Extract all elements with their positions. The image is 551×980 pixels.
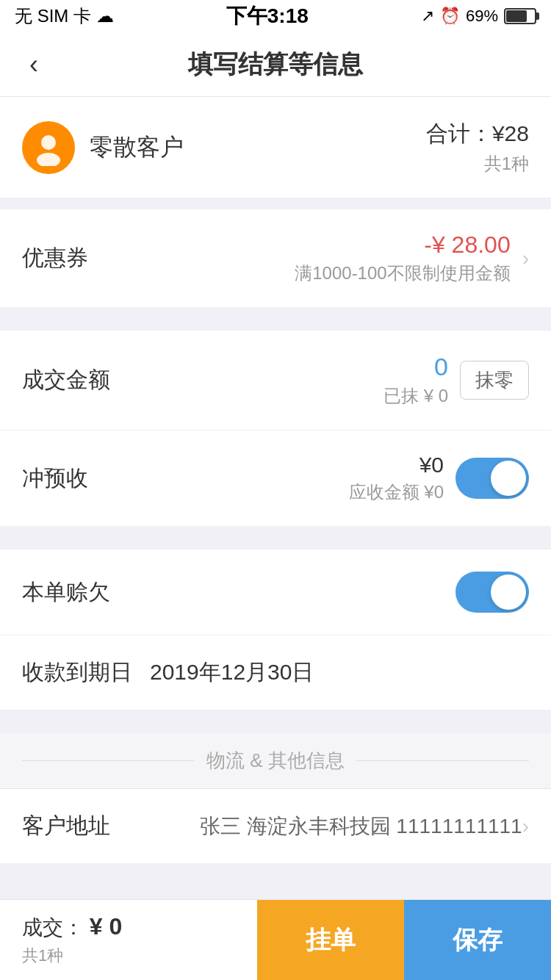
divider-2 bbox=[0, 538, 551, 550]
prepayment-value: ¥0 bbox=[419, 453, 444, 478]
battery-fill bbox=[506, 10, 527, 22]
credit-right bbox=[455, 572, 529, 613]
prepayment-toggle[interactable] bbox=[455, 458, 529, 499]
prepayment-col: ¥0 应收金额 ¥0 bbox=[349, 453, 444, 504]
coupon-sub: 满1000-100不限制使用金额 bbox=[295, 262, 510, 285]
deal-section: 成交金额 0 已抹 ¥ 0 抹零 冲预收 ¥0 应收金额 ¥0 bbox=[0, 331, 551, 526]
prepayment-row: 冲预收 ¥0 应收金额 ¥0 bbox=[0, 430, 551, 526]
alarm-icon: ⏰ bbox=[440, 7, 460, 26]
page-title: 填写结算等信息 bbox=[188, 48, 363, 82]
customer-left: 零散客户 bbox=[22, 121, 184, 174]
credit-row: 本单赊欠 bbox=[0, 550, 551, 635]
logistics-header-text: 物流 & 其他信息 bbox=[22, 748, 529, 774]
logistics-section: 物流 & 其他信息 客户地址 张三 海淀永丰科技园 11111111111 › bbox=[0, 733, 551, 863]
deal-amount-right: 0 已抹 ¥ 0 抹零 bbox=[383, 353, 529, 408]
status-bar: 无 SIM 卡 ☁ 下午3:18 ↗ ⏰ 69% bbox=[0, 0, 551, 32]
bottom-count: 共1种 bbox=[22, 945, 235, 967]
no-sim-text: 无 SIM 卡 ☁ bbox=[15, 4, 114, 28]
deal-text: 成交： bbox=[22, 916, 84, 939]
toggle-knob bbox=[491, 461, 526, 496]
prepayment-label: 冲预收 bbox=[22, 464, 88, 494]
customer-card: 零散客户 合计：¥28 共1种 bbox=[0, 97, 551, 198]
hold-button[interactable]: 挂单 bbox=[257, 900, 404, 981]
prepayment-right: ¥0 应收金额 ¥0 bbox=[349, 453, 529, 504]
deal-amount-row: 成交金额 0 已抹 ¥ 0 抹零 bbox=[0, 331, 551, 430]
bottom-deal-label: 成交： ¥ 0 bbox=[22, 913, 235, 942]
battery-icon bbox=[504, 8, 536, 24]
customer-right: 合计：¥28 共1种 bbox=[426, 119, 529, 176]
credit-toggle-knob bbox=[491, 574, 526, 610]
due-date-value: 2019年12月30日 bbox=[150, 657, 314, 688]
deal-amount-label: 成交金额 bbox=[22, 365, 110, 395]
customer-avatar bbox=[22, 121, 75, 174]
svg-point-1 bbox=[37, 153, 60, 166]
credit-section: 本单赊欠 收款到期日 2019年12月30日 bbox=[0, 550, 551, 710]
coupon-chevron-icon: › bbox=[522, 247, 529, 270]
address-label: 客户地址 bbox=[22, 811, 110, 841]
save-button[interactable]: 保存 bbox=[404, 900, 551, 981]
deal-amount-value: 0 bbox=[434, 353, 448, 381]
coupon-right: -¥ 28.00 满1000-100不限制使用金额 › bbox=[295, 231, 529, 285]
location-icon: ↗ bbox=[421, 7, 434, 26]
due-date-label: 收款到期日 bbox=[22, 657, 132, 688]
address-chevron-icon: › bbox=[522, 815, 529, 838]
customer-name: 零散客户 bbox=[90, 131, 184, 164]
address-row[interactable]: 客户地址 张三 海淀永丰科技园 11111111111 › bbox=[0, 789, 551, 863]
address-value: 张三 海淀永丰科技园 11111111111 bbox=[125, 813, 522, 840]
divider-3 bbox=[0, 721, 551, 733]
content: 零散客户 合计：¥28 共1种 优惠券 -¥ 28.00 满1000-100不限… bbox=[0, 97, 551, 963]
status-left: 无 SIM 卡 ☁ bbox=[15, 4, 114, 28]
credit-label: 本单赊欠 bbox=[22, 577, 110, 608]
deal-amount-col: 0 已抹 ¥ 0 bbox=[383, 353, 448, 408]
due-date-row: 收款到期日 2019年12月30日 bbox=[0, 635, 551, 710]
status-right: ↗ ⏰ 69% bbox=[421, 7, 536, 26]
credit-toggle[interactable] bbox=[455, 572, 529, 613]
due-date-content: 收款到期日 2019年12月30日 bbox=[22, 657, 314, 688]
nav-bar: ‹ 填写结算等信息 bbox=[0, 32, 551, 97]
customer-count: 共1种 bbox=[426, 152, 529, 176]
bottom-info: 成交： ¥ 0 共1种 bbox=[0, 913, 257, 967]
svg-point-0 bbox=[41, 135, 56, 150]
coupon-label: 优惠券 bbox=[22, 243, 88, 273]
back-button[interactable]: ‹ bbox=[22, 42, 46, 87]
coupon-value-col: -¥ 28.00 满1000-100不限制使用金额 bbox=[295, 231, 510, 285]
divider-1 bbox=[0, 319, 551, 331]
coupon-row[interactable]: 优惠券 -¥ 28.00 满1000-100不限制使用金额 › bbox=[0, 209, 551, 307]
bottom-deal-amount: ¥ 0 bbox=[90, 913, 122, 940]
coupon-section: 优惠券 -¥ 28.00 满1000-100不限制使用金额 › bbox=[0, 209, 551, 307]
logistics-header: 物流 & 其他信息 bbox=[0, 733, 551, 789]
status-time: 下午3:18 bbox=[226, 2, 309, 30]
battery-text: 69% bbox=[466, 7, 498, 26]
customer-total: 合计：¥28 bbox=[426, 119, 529, 149]
round-zero-button[interactable]: 抹零 bbox=[460, 361, 529, 400]
prepayment-sub: 应收金额 ¥0 bbox=[349, 480, 444, 504]
coupon-value: -¥ 28.00 bbox=[424, 231, 510, 259]
deal-amount-sub: 已抹 ¥ 0 bbox=[383, 384, 448, 408]
bottom-bar: 成交： ¥ 0 共1种 挂单 保存 bbox=[0, 899, 551, 980]
